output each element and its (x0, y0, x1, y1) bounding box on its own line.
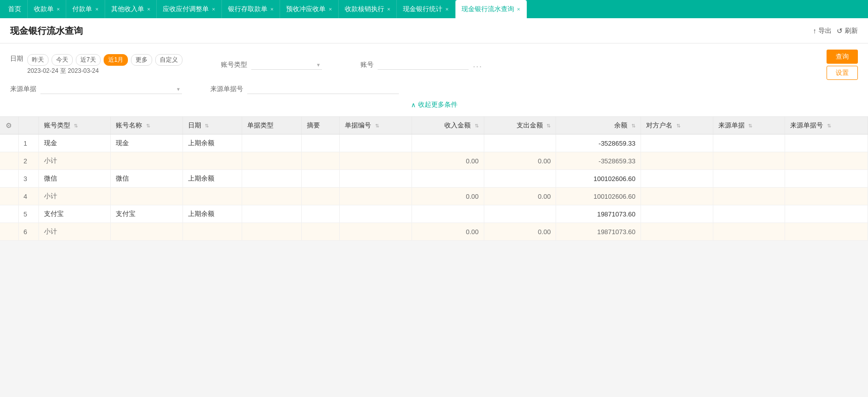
nav-bank-deposit[interactable]: 银行存取款单 × (222, 0, 280, 18)
table-cell: 小计 (38, 188, 111, 205)
date-btn-7days[interactable]: 近7天 (76, 54, 101, 66)
table-cell: -3528659.33 (556, 152, 641, 170)
table-cell (641, 152, 713, 170)
source-doc-no-input[interactable] (247, 84, 399, 94)
table-cell (412, 205, 484, 223)
table-cell (301, 188, 340, 205)
export-button[interactable]: ↑ 导出 (813, 26, 832, 35)
source-doc-no-filter-group: 来源单据号 (210, 84, 399, 94)
table-cell (301, 170, 340, 188)
close-ar-adjustment-icon[interactable]: × (212, 6, 215, 12)
col-balance[interactable]: 余额 ⇅ (556, 117, 641, 135)
close-payment-icon[interactable]: × (95, 6, 98, 12)
col-source-doc-no[interactable]: 来源单据号 ⇅ (785, 117, 868, 135)
nav-cash-bank-stat[interactable]: 现金银行统计 × (397, 0, 455, 18)
data-table: ⚙ 账号类型 ⇅ 账号名称 ⇅ 日期 ⇅ 单据类型 (0, 117, 868, 241)
close-cash-bank-flow-icon[interactable]: × (517, 6, 520, 12)
table-cell (340, 135, 412, 152)
close-bank-deposit-icon[interactable]: × (270, 6, 273, 12)
table-cell (340, 223, 412, 241)
table-cell: 0.00 (412, 152, 484, 170)
table-cell: 0.00 (484, 188, 556, 205)
table-cell (242, 188, 302, 205)
col-date[interactable]: 日期 ⇅ (182, 117, 242, 135)
close-receipt-icon[interactable]: × (57, 6, 60, 12)
settings-button[interactable]: 设置 (827, 66, 858, 80)
table-cell (713, 205, 785, 223)
table-cell (785, 205, 868, 223)
table-cell (0, 170, 18, 188)
table-cell (484, 135, 556, 152)
date-btn-1month[interactable]: 近1月 (104, 54, 128, 66)
col-account-type[interactable]: 账号类型 ⇅ (38, 117, 111, 135)
table-cell (484, 170, 556, 188)
nav-advance-offset[interactable]: 预收冲应收单 × (280, 0, 338, 18)
column-settings-icon[interactable]: ⚙ (6, 121, 12, 129)
account-ellipsis-button[interactable]: ... (473, 60, 482, 69)
collapse-row[interactable]: ∧ 收起更多条件 (10, 98, 858, 113)
date-btn-more[interactable]: 更多 (131, 54, 152, 66)
col-doc-no[interactable]: 单据编号 ⇅ (340, 117, 412, 135)
table-container: ⚙ 账号类型 ⇅ 账号名称 ⇅ 日期 ⇅ 单据类型 (0, 117, 868, 241)
table-cell (182, 152, 242, 170)
table-row: 5支付宝支付宝上期余额19871073.60 (0, 205, 868, 223)
table-cell (242, 152, 302, 170)
col-settings: ⚙ (0, 117, 18, 135)
col-expense[interactable]: 支出金额 ⇅ (484, 117, 556, 135)
date-buttons: 昨天 今天 近7天 近1月 更多 自定义 (27, 54, 182, 66)
filter-row-1: 日期 昨天 今天 近7天 近1月 更多 自定义 2023-02-24 至 202… (10, 50, 858, 80)
table-cell: 2 (18, 152, 38, 170)
source-doc-label: 来源单据 (10, 84, 36, 94)
table-cell: 小计 (38, 152, 111, 170)
refresh-button[interactable]: ↺ 刷新 (837, 26, 858, 35)
col-source-doc[interactable]: 来源单据 ⇅ (713, 117, 785, 135)
nav-home[interactable]: 首页 (2, 0, 28, 18)
col-counterpart[interactable]: 对方户名 ⇅ (641, 117, 713, 135)
table-cell: 4 (18, 188, 38, 205)
collapse-label: 收起更多条件 (418, 100, 458, 109)
source-doc-select[interactable] (40, 84, 182, 94)
table-cell (713, 223, 785, 241)
date-filter-group: 日期 昨天 今天 近7天 近1月 更多 自定义 2023-02-24 至 202… (10, 54, 182, 75)
col-income[interactable]: 收入金额 ⇅ (412, 117, 484, 135)
date-btn-yesterday[interactable]: 昨天 (27, 54, 49, 66)
table-header-row: ⚙ 账号类型 ⇅ 账号名称 ⇅ 日期 ⇅ 单据类型 (0, 117, 868, 135)
table-cell: 5 (18, 205, 38, 223)
close-other-income-icon[interactable]: × (147, 6, 150, 12)
page-header: 现金银行流水查询 ↑ 导出 ↺ 刷新 (0, 18, 868, 43)
table-cell: 现金 (111, 135, 183, 152)
table-cell (301, 223, 340, 241)
date-btn-today[interactable]: 今天 (52, 54, 73, 66)
account-input[interactable] (378, 60, 469, 70)
account-type-select[interactable]: 现金 微信 支付宝 (251, 60, 322, 70)
header-actions: ↑ 导出 ↺ 刷新 (813, 26, 858, 35)
nav-receipt[interactable]: 收款单 × (28, 0, 66, 18)
sort-date-icon: ⇅ (205, 123, 209, 128)
table-cell (785, 152, 868, 170)
action-buttons: 查询 设置 (827, 50, 858, 80)
table-cell (340, 152, 412, 170)
query-button[interactable]: 查询 (827, 50, 858, 64)
sort-income-icon: ⇅ (475, 123, 479, 128)
close-collection-exec-icon[interactable]: × (387, 6, 390, 12)
close-advance-offset-icon[interactable]: × (329, 6, 332, 12)
sort-source-doc-icon: ⇅ (748, 123, 752, 128)
table-cell: 支付宝 (111, 205, 183, 223)
col-num (18, 117, 38, 135)
sort-doc-no-icon: ⇅ (375, 123, 379, 128)
table-cell (340, 205, 412, 223)
table-cell (0, 188, 18, 205)
table-cell: 0.00 (484, 152, 556, 170)
nav-payment[interactable]: 付款单 × (66, 0, 105, 18)
sort-account-type-icon: ⇅ (74, 123, 78, 128)
table-cell (242, 205, 302, 223)
nav-collection-exec[interactable]: 收款核销执行 × (339, 0, 397, 18)
col-account-name[interactable]: 账号名称 ⇅ (111, 117, 183, 135)
collapse-up-icon: ∧ (411, 101, 416, 109)
nav-other-income[interactable]: 其他收入单 × (105, 0, 157, 18)
table-cell (641, 205, 713, 223)
nav-cash-bank-flow[interactable]: 现金银行流水查询 × (455, 0, 527, 18)
nav-ar-adjustment[interactable]: 应收应付调整单 × (157, 0, 221, 18)
close-cash-bank-stat-icon[interactable]: × (445, 6, 448, 12)
date-btn-custom[interactable]: 自定义 (155, 54, 182, 66)
